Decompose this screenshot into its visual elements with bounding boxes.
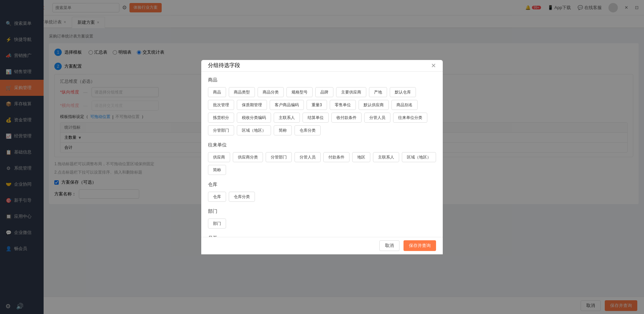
modal-overlay: 分组待选字段 ✕ 商品 商品 商品类型 商品分类 规格型号 品牌 主要供应商 产… bbox=[0, 0, 644, 314]
field-tag[interactable]: 产地 bbox=[369, 87, 387, 97]
field-tag[interactable]: 商品 bbox=[208, 87, 226, 97]
field-tag[interactable]: 收付款条件 bbox=[331, 113, 362, 123]
field-tag[interactable]: 仓库分类 bbox=[229, 192, 255, 202]
field-tag[interactable]: 仓库 bbox=[208, 192, 226, 202]
field-tag[interactable]: 主联系人 bbox=[373, 152, 399, 162]
field-tag[interactable]: 品牌 bbox=[315, 87, 333, 97]
modal: 分组待选字段 ✕ 商品 商品 商品类型 商品分类 规格型号 品牌 主要供应商 产… bbox=[201, 60, 443, 254]
modal-confirm-button[interactable]: 保存并查询 bbox=[404, 240, 436, 251]
modal-footer: 取消 保存并查询 bbox=[201, 237, 443, 254]
modal-header: 分组待选字段 ✕ bbox=[201, 60, 443, 72]
field-tag[interactable]: 供应商 bbox=[208, 152, 230, 162]
field-tag[interactable]: 简称 bbox=[208, 165, 226, 175]
goods-fields: 商品 商品类型 商品分类 规格型号 品牌 主要供应商 产地 默认仓库 批次管理 … bbox=[208, 87, 436, 135]
partner-fields: 供应商 供应商分类 分管部门 分管人员 付款条件 地区 主联系人 区域（地区） … bbox=[208, 152, 436, 175]
modal-title: 分组待选字段 bbox=[208, 62, 240, 69]
field-tag[interactable]: 区域（地区） bbox=[237, 125, 271, 135]
field-tag[interactable]: 默认供应商 bbox=[359, 100, 389, 110]
field-tag[interactable]: 拣货积分 bbox=[208, 113, 234, 123]
field-tag[interactable]: 主要供应商 bbox=[336, 87, 366, 97]
field-tag[interactable]: 仓库分类 bbox=[294, 125, 321, 135]
field-tag[interactable]: 分管人员 bbox=[294, 152, 321, 162]
warehouse-section: 仓库 仓库 仓库分类 bbox=[208, 182, 436, 202]
partner-section: 往来单位 供应商 供应商分类 分管部门 分管人员 付款条件 地区 主联系人 区域… bbox=[208, 142, 436, 175]
dept-fields: 部门 bbox=[208, 218, 436, 229]
goods-section-title: 商品 bbox=[208, 77, 436, 83]
field-tag[interactable]: 客户商品编码 bbox=[270, 100, 304, 110]
field-tag[interactable]: 主联系人 bbox=[274, 113, 300, 123]
partner-section-title: 往来单位 bbox=[208, 142, 436, 148]
field-tag[interactable]: 供应商分类 bbox=[233, 152, 263, 162]
field-tag[interactable]: 重量3 bbox=[307, 100, 327, 110]
field-tag[interactable]: 商品分类 bbox=[258, 87, 284, 97]
field-tag[interactable]: 付款条件 bbox=[323, 152, 350, 162]
field-tag[interactable]: 商品类型 bbox=[229, 87, 255, 97]
goods-section: 商品 商品 商品类型 商品分类 规格型号 品牌 主要供应商 产地 默认仓库 批次… bbox=[208, 77, 436, 135]
modal-close-icon[interactable]: ✕ bbox=[431, 62, 436, 69]
warehouse-section-title: 仓库 bbox=[208, 182, 436, 188]
field-tag[interactable]: 往来单位分类 bbox=[393, 113, 427, 123]
field-tag[interactable]: 分管部门 bbox=[208, 125, 234, 135]
modal-cancel-button[interactable]: 取消 bbox=[379, 240, 399, 251]
field-tag[interactable]: 简称 bbox=[274, 125, 292, 135]
field-tag[interactable]: 批次管理 bbox=[208, 100, 234, 110]
field-tag[interactable]: 规格型号 bbox=[286, 87, 313, 97]
field-tag[interactable]: 税收分类编码 bbox=[237, 113, 271, 123]
field-tag[interactable]: 零售单位 bbox=[330, 100, 356, 110]
dept-section: 部门 部门 bbox=[208, 208, 436, 229]
warehouse-fields: 仓库 仓库分类 bbox=[208, 192, 436, 202]
field-tag[interactable]: 保质期管理 bbox=[237, 100, 267, 110]
field-tag[interactable]: 分管人员 bbox=[364, 113, 390, 123]
modal-body[interactable]: 商品 商品 商品类型 商品分类 规格型号 品牌 主要供应商 产地 默认仓库 批次… bbox=[201, 72, 443, 251]
field-tag[interactable]: 商品别名 bbox=[391, 100, 418, 110]
dept-section-title: 部门 bbox=[208, 208, 436, 214]
field-tag[interactable]: 分管部门 bbox=[266, 152, 292, 162]
field-tag[interactable]: 地区 bbox=[352, 152, 370, 162]
field-tag[interactable]: 默认仓库 bbox=[390, 87, 416, 97]
field-tag[interactable]: 部门 bbox=[208, 218, 226, 229]
field-tag[interactable]: 结算单位 bbox=[303, 113, 329, 123]
field-tag[interactable]: 区域（地区） bbox=[402, 152, 436, 162]
